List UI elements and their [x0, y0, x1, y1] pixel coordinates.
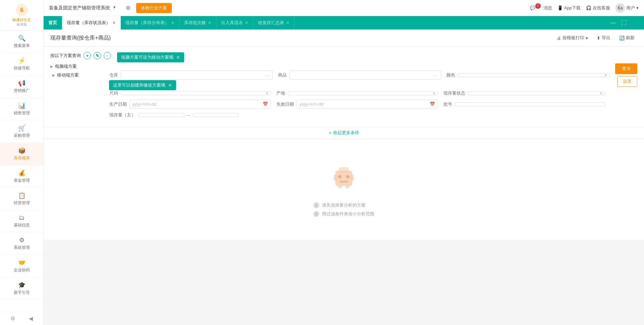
action-btn-group: 查询 设置	[615, 63, 637, 87]
message-label: 消息	[543, 5, 552, 11]
tooltip-scheme-mobile-text: 电脑方案可设为移动方案哦	[121, 54, 173, 60]
add-scheme-btn[interactable]: +	[84, 52, 91, 59]
tab-home[interactable]: 首页	[44, 16, 62, 30]
quick-nav-icon: ⚡	[18, 57, 25, 64]
export-btn[interactable]: ⬆ 导出	[594, 34, 613, 42]
online-service-btn[interactable]: 🎧 在线客服	[586, 5, 610, 11]
refresh-icon: 🔄	[619, 36, 625, 41]
filter-label-row: 按以下方案查询 + ✎ ← 电脑方案可设为移动方案哦 ✕	[50, 52, 637, 59]
tab-inventory-status[interactable]: 现存量（库存状况表） ✕	[62, 16, 121, 30]
batch-input[interactable]	[455, 102, 605, 106]
empty-state-icon	[327, 161, 361, 194]
collapse-icon: ∧	[328, 130, 332, 135]
experience-btn[interactable]: 体验行业方案	[136, 3, 172, 13]
tab-summary[interactable]: 收发存汇总表 ✕	[253, 16, 294, 30]
sidebar-collapse-btn[interactable]: ◀	[29, 315, 33, 322]
tab-home-label: 首页	[48, 20, 57, 26]
setting-btn[interactable]: 设置	[617, 76, 637, 87]
stock-min-input[interactable]	[138, 113, 184, 117]
message-btn[interactable]: 💬 8 消息	[530, 5, 552, 11]
export-icon: ⬆	[597, 36, 600, 41]
empty-tips: 1 请先选择要分析的方案 2 用过滤条件来缩小分析范围	[313, 201, 374, 218]
sidebar-item-system[interactable]: ⚙ 系统管理	[0, 232, 43, 255]
sidebar-item-marketing[interactable]: 📢 营销推广	[0, 75, 43, 98]
origin-select[interactable]: ▼	[288, 91, 438, 95]
tab-inventory-distribution[interactable]: 现存量（库存分布表） ✕	[121, 16, 179, 30]
system-settings-icon[interactable]: ⚙	[123, 3, 133, 13]
tab-batch-account-close-icon[interactable]: ✕	[208, 20, 211, 25]
collapse-label: 收起更多条件	[333, 130, 359, 135]
collapse-bar[interactable]: ∧ 收起更多条件	[44, 127, 644, 139]
tab-flow-close-icon[interactable]: ✕	[245, 20, 248, 25]
stock-max-input[interactable]	[193, 113, 239, 117]
sidebar-item-operation[interactable]: 📋 经营管理	[0, 188, 43, 210]
finance-icon: 💰	[18, 169, 25, 177]
color-dropdown-icon: ▼	[604, 73, 607, 77]
filter-batch: 批号	[443, 101, 605, 107]
sidebar-item-purchase[interactable]: 🛒 采购管理	[0, 120, 43, 143]
goods-input[interactable]: ···	[289, 70, 441, 80]
sales-icon: 📊	[18, 102, 25, 109]
filter-produce-date: 生产日期 yyyy-mm-dd 📅	[109, 100, 271, 109]
tab-batch-account[interactable]: 库存批次账 ✕	[179, 16, 216, 30]
sidebar-item-label: 系统管理	[14, 245, 30, 251]
sidebar-item-inventory[interactable]: 📦 库存核算	[0, 143, 43, 165]
color-select[interactable]: ▼	[458, 73, 610, 77]
scheme-mobile-row[interactable]: ▶ 移动端方案	[50, 72, 104, 78]
message-icon: 💬	[530, 5, 535, 10]
produce-date-input[interactable]: yyyy-mm-dd 📅	[129, 100, 271, 109]
warehouse-input[interactable]: ···	[121, 70, 273, 80]
goods-dots-icon[interactable]: ···	[433, 72, 438, 78]
print-label: 按模板打印	[562, 35, 584, 41]
warehouse-dots-icon[interactable]: ···	[265, 72, 270, 78]
tab-summary-close-icon[interactable]: ✕	[286, 20, 289, 25]
expire-date-placeholder: yyyy-mm-dd	[300, 102, 430, 107]
sidebar-item-guide[interactable]: 🎓 新手引导	[0, 277, 43, 300]
sidebar-item-quick-nav[interactable]: ⚡ 快捷导航	[0, 53, 43, 75]
tab-summary-label: 收发存汇总表	[258, 20, 284, 26]
tab-inventory-distribution-close-icon[interactable]: ✕	[171, 20, 174, 25]
tab-minimize-icon[interactable]: —	[609, 19, 617, 27]
filter-expire-date: 失效日期 yyyy-mm-dd 📅	[276, 100, 438, 109]
size-select[interactable]: ▼	[121, 91, 271, 95]
tab-inventory-status-label: 现存量（库存状况表）	[67, 20, 110, 26]
search-btn[interactable]: 查询	[615, 63, 637, 74]
empty-state: 1 请先选择要分析的方案 2 用过滤条件来缩小分析范围	[44, 139, 644, 240]
tooltip-create-close[interactable]: ✕	[168, 83, 172, 88]
system-icon: ⚙	[19, 236, 24, 244]
edit-scheme-btn[interactable]: ✎	[94, 52, 101, 59]
header-right: 💬 8 消息 📱 App下载 🎧 在线客服 Ea 用户 ▾	[530, 3, 639, 13]
sidebar-item-enterprise[interactable]: 🤝 企业协同	[0, 255, 43, 277]
calendar-icon-produce[interactable]: 📅	[263, 102, 268, 107]
back-scheme-btn[interactable]: ←	[104, 52, 111, 59]
system-title: 装备及固定资产辅助管理系统	[49, 5, 110, 11]
calendar-icon-expire[interactable]: 📅	[430, 102, 435, 107]
user-area[interactable]: Ea 用户 ▾	[615, 3, 639, 13]
scheme-pc-row[interactable]: ▶ 电脑端方案	[50, 63, 104, 69]
logo-area: 6 畅通好生意 标准版	[0, 0, 43, 31]
tab-expand-icon[interactable]: ⛶	[620, 19, 628, 27]
page-actions: 🖨 按模板打印 ▾ ⬆ 导出 🔄 刷新	[554, 34, 637, 42]
sidebar-settings-btn[interactable]: ⚙	[10, 315, 15, 322]
logo-badge: 标准版	[17, 22, 27, 27]
refresh-btn[interactable]: 🔄 刷新	[616, 34, 637, 42]
goods-label: 商品	[278, 72, 287, 78]
print-dropdown-icon: ▾	[586, 36, 588, 41]
tab-inventory-distribution-label: 现存量（库存分布表）	[125, 20, 169, 26]
tab-inventory-status-close-icon[interactable]: ✕	[112, 20, 116, 25]
sidebar-item-search-menu[interactable]: 🔍 搜索菜单	[0, 31, 43, 53]
sidebar-item-sales[interactable]: 📊 销售管理	[0, 98, 43, 120]
sidebar-item-label: 资金管理	[14, 178, 30, 183]
tooltip-scheme-mobile-close[interactable]: ✕	[176, 55, 180, 60]
filter-area: 按以下方案查询 + ✎ ← 电脑方案可设为移动方案哦 ✕	[44, 47, 644, 127]
app-download-btn[interactable]: 📱 App下载	[557, 5, 581, 11]
sidebar-item-finance[interactable]: 💰 资金管理	[0, 165, 43, 188]
system-title-dropdown-icon[interactable]: ▾	[113, 5, 120, 11]
stock-state-select[interactable]: ▼	[468, 91, 605, 95]
print-btn[interactable]: 🖨 按模板打印 ▾	[554, 34, 591, 42]
expire-date-input[interactable]: yyyy-mm-dd 📅	[297, 100, 438, 109]
tab-flow[interactable]: 出入库流水 ✕	[216, 16, 253, 30]
enterprise-icon: 🤝	[18, 259, 25, 266]
svg-rect-10	[345, 185, 350, 188]
sidebar-item-basic[interactable]: 🗂 基础信息	[0, 210, 43, 232]
